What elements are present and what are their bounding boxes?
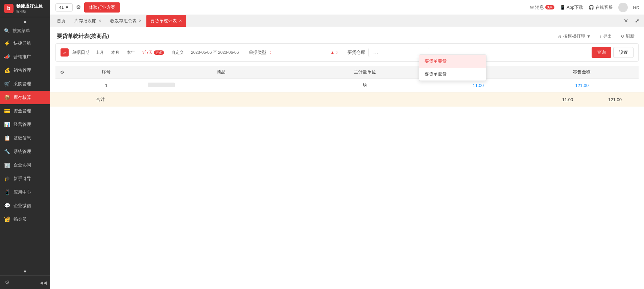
refresh-label: 刷新	[626, 33, 635, 39]
tab-home[interactable]: 首页	[53, 15, 70, 27]
sidebar-item-operations[interactable]: 📊经营管理	[0, 118, 50, 131]
tab-expand[interactable]: ⤢	[633, 17, 641, 25]
more-badge: 更多	[154, 50, 164, 55]
topbar: 41 ▼ ⚙ 体验行业方案 ✉ 消息 99+ 📱 App下载 🎧 在线客服 Ri…	[50, 0, 644, 15]
setting-btn[interactable]: 设置	[613, 47, 634, 58]
app-download-label: App下载	[567, 4, 583, 10]
nav-label-inventory: 库存核算	[14, 94, 31, 101]
nav-icon-operations: 📊	[4, 121, 10, 128]
tab-order-summary[interactable]: 要货单统计表 ✕	[146, 15, 186, 27]
td-index-0: 1	[69, 79, 144, 92]
company-selector[interactable]: 41 ▼	[55, 3, 73, 12]
sidebar-scroll-up[interactable]: ▲	[0, 17, 50, 25]
search-menu-item[interactable]: 🔍 搜索菜单	[0, 25, 50, 37]
phone-icon: 📱	[560, 5, 565, 10]
th-settings[interactable]: ⚙	[55, 66, 69, 79]
refresh-btn[interactable]: ↻ 刷新	[618, 32, 637, 41]
sidebar-scroll-down[interactable]: ▼	[0, 268, 50, 275]
tab-inventory-batch-label: 库存批次账	[74, 18, 96, 24]
company-dropdown-icon: ▼	[65, 5, 69, 10]
date-this-year[interactable]: 本年	[124, 49, 138, 57]
refresh-icon: ↻	[621, 34, 624, 39]
nav-icon-inventory: 📦	[4, 94, 10, 101]
sidebar-item-wechat[interactable]: 💬企业微信	[0, 199, 50, 213]
date-range-text: 2023-05-06 至 2023-06-06	[191, 50, 239, 55]
sidebar-item-basic[interactable]: 📋基础信息	[0, 131, 50, 145]
nav-label-guide: 新手引导	[14, 176, 31, 182]
collapse-icon[interactable]: ◀◀	[40, 280, 45, 285]
tab-home-label: 首页	[57, 18, 66, 24]
search-menu-label: 搜索菜单	[13, 28, 30, 34]
print-dropdown-icon: ▼	[587, 34, 591, 39]
message-btn[interactable]: ✉ 消息 99+	[530, 4, 554, 10]
date-this-month[interactable]: 本月	[109, 49, 122, 57]
date-last7[interactable]: 近7天 更多	[140, 49, 167, 57]
tab-close-all[interactable]: ✕	[622, 17, 630, 25]
tab-order-summary-label: 要货单统计表	[150, 18, 177, 24]
print-label: 按模板打印	[563, 33, 585, 39]
tab-receive-summary-close[interactable]: ✕	[139, 19, 142, 23]
sidebar-item-marketing[interactable]: 📣营销推广	[0, 50, 50, 64]
type-filter-select[interactable]: ▲ 要货单要货 要货单退货	[270, 51, 337, 54]
filter-actions: 查询 设置	[592, 47, 634, 58]
topbar-gear-icon[interactable]: ⚙	[76, 4, 81, 10]
filter-expand-btn[interactable]: »	[61, 48, 69, 57]
nav-icon-app-center: 📱	[4, 189, 10, 195]
nav-label-quick-nav: 快捷导航	[14, 40, 31, 46]
message-icon: ✉	[530, 5, 534, 10]
dropdown-item-order-goods[interactable]: 要货单要货	[419, 55, 486, 68]
sidebar-item-enterprise[interactable]: 🏢企业协同	[0, 158, 50, 172]
date-shortcuts: 上月 本月 本年 近7天 更多 自定义	[93, 49, 186, 57]
sidebar-item-guide[interactable]: 🎓新手引导	[0, 172, 50, 185]
trial-btn[interactable]: 体验行业方案	[84, 2, 120, 13]
date-custom[interactable]: 自定义	[169, 49, 186, 57]
sidebar-item-member[interactable]: 👑畅会员	[0, 213, 50, 226]
export-label: 导出	[603, 33, 612, 39]
nav-label-app-center: 应用中心	[14, 189, 31, 195]
sidebar-item-quick-nav[interactable]: ⚡快捷导航	[0, 37, 50, 50]
sidebar-item-inventory[interactable]: 📦库存核算	[0, 91, 50, 104]
up-arrow-icon[interactable]: ▲	[23, 19, 27, 24]
online-service-btn[interactable]: 🎧 在线客服	[589, 4, 613, 10]
table-row: 1 块 11.00 121.00	[55, 79, 639, 92]
th-index: 序号	[69, 66, 144, 79]
sidebar-item-app-center[interactable]: 📱应用中心	[0, 185, 50, 199]
export-icon: ↑	[600, 34, 602, 39]
nav-label-member: 畅会员	[14, 216, 27, 222]
down-arrow-icon[interactable]: ▼	[23, 269, 27, 274]
td-unit-0: 块	[299, 79, 431, 92]
page-content: 要货单统计表(按商品) 🖨 按模板打印 ▼ ↑ 导出 ↻ 刷新 »	[50, 27, 644, 289]
sidebar-item-system[interactable]: 🔧系统管理	[0, 145, 50, 158]
td-amount-0: 121.00	[525, 79, 639, 92]
tab-order-summary-close[interactable]: ✕	[179, 19, 182, 23]
sidebar-item-purchase[interactable]: 🛒采购管理	[0, 77, 50, 91]
sidebar-item-finance[interactable]: 💳资金管理	[0, 104, 50, 118]
print-btn[interactable]: 🖨 按模板打印 ▼	[555, 32, 594, 41]
type-filter-arrow: ▲	[331, 50, 335, 55]
type-filter-label: 单据类型	[249, 49, 266, 55]
sidebar-item-sales[interactable]: 💰销售管理	[0, 64, 50, 77]
export-btn[interactable]: ↑ 导出	[597, 32, 615, 41]
topbar-left: 41 ▼ ⚙ 体验行业方案	[55, 2, 530, 13]
tab-receive-summary[interactable]: 收发存汇总表 ✕	[106, 15, 146, 27]
warehouse-more-icon[interactable]: …	[373, 49, 378, 55]
nav-label-enterprise: 企业协同	[14, 162, 31, 168]
date-up-month[interactable]: 上月	[93, 49, 106, 57]
dropdown-item-order-return[interactable]: 要货单退货	[419, 68, 486, 81]
data-table: ⚙ 序号 商品 主计量单位 主数量 零售金额 1 块 11.00 121.00	[55, 66, 639, 92]
table-wrap: ⚙ 序号 商品 主计量单位 主数量 零售金额 1 块 11.00 121.00	[55, 66, 639, 92]
th-product: 商品	[144, 66, 299, 79]
tab-inventory-batch[interactable]: 库存批次账 ✕	[70, 15, 105, 27]
app-download-btn[interactable]: 📱 App下载	[560, 4, 583, 10]
settings-icon[interactable]: ⚙	[5, 279, 9, 286]
date-filter-label: 单据日期	[72, 49, 90, 55]
company-name: 41	[59, 5, 64, 10]
avatar[interactable]	[618, 3, 628, 12]
filter-area: » 单据日期 上月 本月 本年 近7天 更多 自定义 2023-05-06 至 …	[55, 43, 639, 62]
logo-sub: 标准版	[16, 9, 43, 14]
td-product-0	[144, 79, 299, 92]
nav-icon-purchase: 🛒	[4, 81, 10, 87]
nav-label-operations: 经营管理	[14, 121, 31, 128]
query-btn[interactable]: 查询	[592, 47, 611, 58]
tab-inventory-batch-close[interactable]: ✕	[98, 19, 101, 23]
